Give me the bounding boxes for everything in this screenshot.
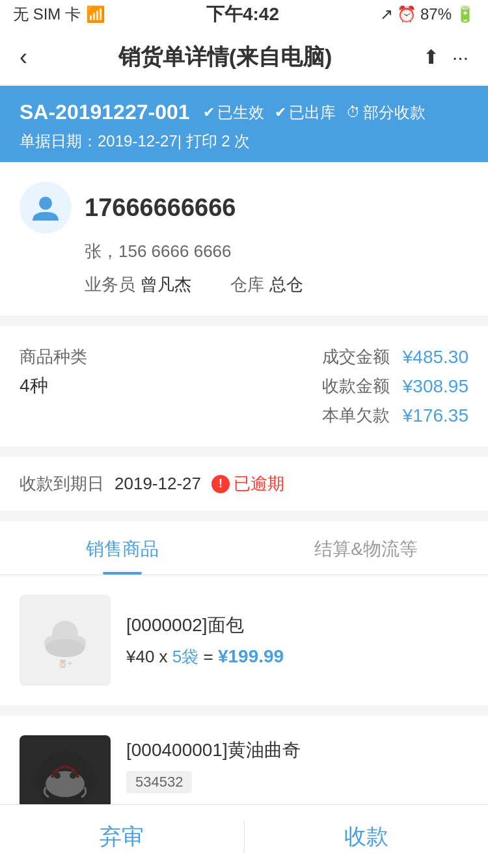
list-item: 🦉+ [0000002]面包 ¥40 x 5袋 = ¥199.99 <box>0 575 488 705</box>
overdue-text: 已逾期 <box>234 472 284 495</box>
page-title: 销货单详情(来自电脑) <box>118 42 332 72</box>
order-header: SA-20191227-001 ✔ 已生效 ✔ 已出库 ⏱ 部分收款 单据日期：… <box>0 86 488 162</box>
status-badge-partial: ⏱ 部分收款 <box>346 102 426 123</box>
received-row: 收款金额 ¥308.95 <box>322 375 468 398</box>
status-left: 无 SIM 卡 📶 <box>13 4 105 25</box>
customer-section: 17666666666 张，156 6666 6666 业务员 曾凡杰 仓库 总… <box>0 162 488 316</box>
product-image-1: 🦉+ <box>20 595 111 686</box>
status-badge-shipped: ✔ 已出库 <box>275 102 336 123</box>
due-date-value: 2019-12-27 <box>115 474 201 494</box>
received-label: 收款金额 <box>322 375 390 398</box>
warehouse-value: 总仓 <box>269 273 303 296</box>
back-button[interactable]: ‹ <box>20 44 27 71</box>
summary-left: 商品种类 4种 <box>20 346 87 398</box>
svg-point-8 <box>54 772 61 779</box>
product-info-1: [0000002]面包 ¥40 x 5袋 = ¥199.99 <box>126 613 468 668</box>
customer-avatar <box>20 182 72 234</box>
status-effective-label: 已生效 <box>217 102 264 123</box>
tab-sales-products[interactable]: 销售商品 <box>0 521 244 575</box>
location-icon: ↗ <box>380 5 393 23</box>
customer-top: 17666666666 <box>20 182 468 234</box>
check-icon-2: ✔ <box>275 104 286 121</box>
order-number-row: SA-20191227-001 ✔ 已生效 ✔ 已出库 ⏱ 部分收款 <box>20 100 468 124</box>
check-icon-1: ✔ <box>203 104 215 121</box>
product-name-1: [0000002]面包 <box>126 613 468 638</box>
category-count: 4种 <box>20 373 87 398</box>
category-label: 商品种类 <box>20 346 87 368</box>
customer-meta: 业务员 曾凡杰 仓库 总仓 <box>20 273 468 296</box>
status-badges: ✔ 已生效 ✔ 已出库 ⏱ 部分收款 <box>203 102 426 123</box>
product-unit-price-1: ¥40 x <box>126 647 172 666</box>
amount-label: 成交金额 <box>322 346 390 368</box>
status-bar: 无 SIM 卡 📶 下午4:42 ↗ ⏰ 87% 🔋 <box>0 0 488 29</box>
svg-point-7 <box>46 771 85 797</box>
product-tag-2: 534532 <box>126 771 192 793</box>
product-name-2: [000400001]黄油曲奇 <box>126 738 468 763</box>
product-total-1: ¥199.99 <box>218 646 284 666</box>
customer-contact: 张，156 6666 6666 <box>20 240 468 263</box>
owed-label: 本单欠款 <box>322 404 390 427</box>
status-badge-effective: ✔ 已生效 <box>203 102 264 123</box>
status-right: ↗ ⏰ 87% 🔋 <box>380 5 475 23</box>
warehouse-label: 仓库 <box>230 273 264 296</box>
bottom-bar: 弃审 收款 <box>0 804 488 868</box>
nav-bar: ‹ 销货单详情(来自电脑) ⬆ ··· <box>0 29 488 86</box>
cancel-button[interactable]: 弃审 <box>0 822 244 852</box>
due-label: 收款到期日 <box>20 472 104 495</box>
carrier-text: 无 SIM 卡 <box>13 4 81 25</box>
overdue-icon: ! <box>211 475 230 493</box>
status-shipped-label: 已出库 <box>289 102 336 123</box>
svg-point-0 <box>39 197 52 210</box>
status-time: 下午4:42 <box>206 2 279 27</box>
amount-value: ¥485.30 <box>403 347 468 368</box>
battery-text: 87% <box>420 5 452 23</box>
tabs-bar: 销售商品 结算&物流等 <box>0 521 488 575</box>
order-date-label: 单据日期： <box>20 132 98 150</box>
owed-row: 本单欠款 ¥176.35 <box>322 404 468 427</box>
overdue-badge: ! 已逾期 <box>211 472 284 495</box>
product-equals-1: = <box>204 647 218 666</box>
nav-right: ⬆ ··· <box>423 46 468 68</box>
salesperson-value: 曾凡杰 <box>141 273 191 296</box>
order-number: SA-20191227-001 <box>20 100 190 124</box>
order-date: 单据日期：2019-12-27| 打印 2 次 <box>20 131 468 152</box>
share-icon[interactable]: ⬆ <box>423 46 439 68</box>
wifi-icon: 📶 <box>86 5 105 23</box>
svg-point-4 <box>46 639 85 657</box>
order-date-value: 2019-12-27 <box>98 132 178 150</box>
order-print-info: | 打印 2 次 <box>178 132 251 150</box>
clock-icon: ⏱ <box>346 104 360 121</box>
summary-section: 商品种类 4种 成交金额 ¥485.30 收款金额 ¥308.95 本单欠款 ¥… <box>0 326 488 446</box>
tab-settlement[interactable]: 结算&物流等 <box>244 521 488 575</box>
more-icon[interactable]: ··· <box>452 46 468 68</box>
received-value: ¥308.95 <box>403 376 468 397</box>
customer-phone: 17666666666 <box>85 194 236 222</box>
alarm-icon: ⏰ <box>397 5 416 23</box>
svg-text:🦉+: 🦉+ <box>58 658 72 668</box>
product-qty-1: 5袋 <box>172 647 198 666</box>
confirm-button[interactable]: 收款 <box>245 822 489 852</box>
battery-icon: 🔋 <box>455 5 475 23</box>
status-partial-label: 部分收款 <box>363 102 426 123</box>
salesperson-label: 业务员 <box>85 273 135 296</box>
summary-right: 成交金额 ¥485.30 收款金额 ¥308.95 本单欠款 ¥176.35 <box>322 346 468 427</box>
product-price-row-1: ¥40 x 5袋 = ¥199.99 <box>126 645 468 668</box>
amount-row: 成交金额 ¥485.30 <box>322 346 468 368</box>
svg-point-9 <box>70 772 76 779</box>
nav-left: ‹ <box>20 44 27 71</box>
owed-value: ¥176.35 <box>403 405 468 426</box>
due-section: 收款到期日 2019-12-27 ! 已逾期 <box>0 457 488 511</box>
